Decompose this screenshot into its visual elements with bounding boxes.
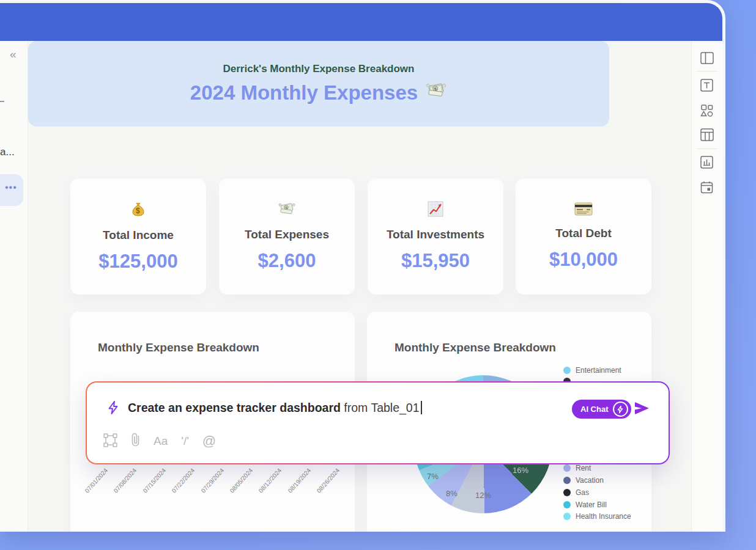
legend-dot <box>563 489 571 496</box>
panel-layout-icon[interactable] <box>700 52 714 67</box>
chat-prompt-text[interactable]: Create an expense tracker dashboard from… <box>128 401 422 415</box>
legend-label: Vacation <box>576 476 604 485</box>
stat-value: $2,600 <box>258 250 316 272</box>
pie-slice-label: 16% <box>513 466 528 475</box>
legend-item: Vacation <box>563 476 604 485</box>
stat-card-total-investments: Total Investments $15,950 <box>368 178 503 295</box>
legend-dot <box>563 477 571 484</box>
lightning-bolt-icon <box>106 400 120 417</box>
legend-dot <box>563 367 571 374</box>
shapes-icon[interactable] <box>700 104 714 120</box>
right-toolbar <box>691 41 722 532</box>
bolt-badge-icon <box>613 402 628 417</box>
toolbar-divider <box>697 71 717 72</box>
legend-label: Health Insurance <box>576 512 631 521</box>
chat-prompt-bold: Create an expense tracker dashboard <box>128 401 341 414</box>
stat-value: $10,000 <box>549 249 618 271</box>
sidebar-item-active[interactable]: ••• <box>0 174 23 206</box>
more-options-icon[interactable]: ••• <box>5 182 17 193</box>
slash-command-icon[interactable]: '/' <box>181 435 189 448</box>
ai-chat-input-container: Create an expense tracker dashboard from… <box>86 381 670 464</box>
toolbar-divider <box>697 148 717 149</box>
ai-chat-mode-button[interactable]: AI Chat <box>572 400 631 419</box>
stat-card-total-expenses: $ Total Expenses $2,600 <box>219 178 355 295</box>
credit-card-icon <box>574 202 593 218</box>
legend-item: Rent <box>563 464 591 472</box>
legend-label: Water Bill <box>576 501 607 509</box>
mention-icon[interactable]: @ <box>202 433 216 449</box>
stat-label: Total Income <box>103 229 174 242</box>
dashboard-canvas: Derrick's Monthly Expense Breakdown 2024… <box>28 41 691 532</box>
legend-item: Health Insurance <box>563 512 631 521</box>
bar-chart-title: Monthly Expense Breakdown <box>98 341 259 354</box>
paperclip-icon[interactable] <box>131 433 140 450</box>
app-window: « a... ••• Derrick's Monthly Expense Bre… <box>0 0 725 532</box>
pie-slice-label: 12% <box>475 491 491 500</box>
left-sidebar: « a... ••• <box>0 41 28 532</box>
text-box-icon[interactable] <box>700 79 713 94</box>
legend-item: Water Bill <box>563 501 607 509</box>
legend-label: Gas <box>576 488 589 497</box>
stat-value: $15,950 <box>401 250 470 272</box>
table-icon[interactable] <box>700 128 714 144</box>
stat-card-total-debt: Total Debt $10,000 <box>516 178 651 295</box>
ai-chat-label: AI Chat <box>580 405 609 414</box>
money-bag-icon: $ <box>130 200 147 220</box>
legend-item: Entertainment <box>563 366 621 375</box>
text-style-icon[interactable]: Aa <box>154 435 168 448</box>
legend-label: Rent <box>576 464 591 472</box>
legend-item: Gas <box>563 488 589 497</box>
money-with-wings-icon: $ <box>425 81 447 105</box>
legend-dot <box>563 464 571 472</box>
chat-toolbar: Aa '/' @ <box>103 433 216 450</box>
hero-title: 2024 Monthly Expenses $ <box>190 81 447 105</box>
stat-label: Total Investments <box>387 228 484 241</box>
send-icon[interactable] <box>633 400 650 419</box>
hero-title-text: 2024 Monthly Expenses <box>190 81 418 105</box>
legend-dot <box>563 501 571 508</box>
chat-prompt-rest: from Table_01 <box>341 401 420 414</box>
stat-card-total-income: $ Total Income $125,000 <box>70 178 206 295</box>
pie-slice-label: 8% <box>446 489 458 498</box>
hero-banner: Derrick's Monthly Expense Breakdown 2024… <box>28 41 609 127</box>
calendar-icon[interactable] <box>700 181 713 196</box>
legend-label: Entertainment <box>576 366 621 375</box>
pie-slice-label: 7% <box>427 472 439 481</box>
stat-label: Total Debt <box>555 227 611 240</box>
screen: « a... ••• Derrick's Monthly Expense Bre… <box>0 0 756 550</box>
sidebar-item-fragment <box>0 101 4 102</box>
collapse-sidebar-icon[interactable]: « <box>10 48 17 61</box>
svg-text:$: $ <box>136 207 140 215</box>
legend-dot <box>563 513 571 520</box>
ai-chat-input[interactable]: Create an expense tracker dashboard from… <box>87 383 669 463</box>
hero-subtitle: Derrick's Monthly Expense Breakdown <box>223 63 415 75</box>
bar-chart-icon[interactable] <box>700 156 713 171</box>
frame-select-icon[interactable] <box>103 433 117 450</box>
stat-label: Total Expenses <box>245 228 329 241</box>
text-cursor <box>421 401 422 414</box>
stat-value: $125,000 <box>98 251 177 273</box>
sidebar-item-truncated[interactable]: a... <box>0 146 15 158</box>
app-top-bar <box>0 3 722 41</box>
chart-increasing-icon <box>428 201 443 219</box>
pie-chart-title: Monthly Expense Breakdown <box>395 341 556 354</box>
money-with-wings-icon: $ <box>278 201 296 219</box>
